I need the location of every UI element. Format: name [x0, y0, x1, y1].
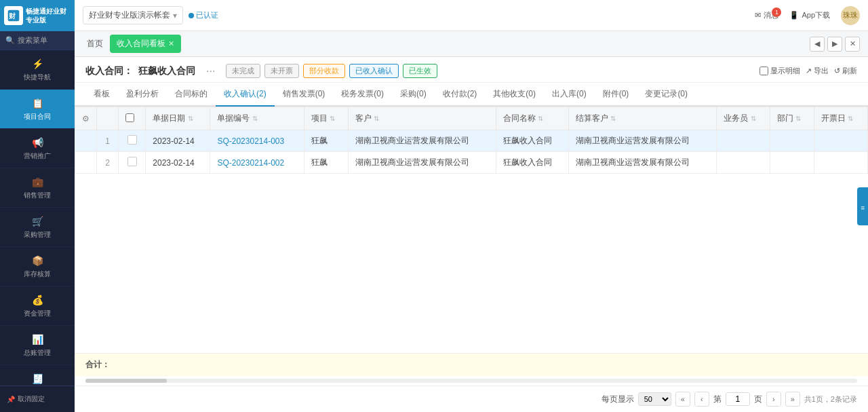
- row2-check[interactable]: [118, 152, 145, 174]
- sidebar-item-fund[interactable]: 💰 资金管理: [0, 286, 75, 326]
- tab-other-income[interactable]: 其他收支(0): [485, 83, 544, 107]
- tab-attachments[interactable]: 附件(0): [595, 83, 637, 107]
- table-row[interactable]: 2 2023-02-14 SQ-20230214-002 狂飙 湖南卫视商业运营…: [75, 152, 868, 174]
- column-settings-icon[interactable]: ⚙: [82, 114, 90, 124]
- tab-payment[interactable]: 收付款(2): [435, 83, 486, 107]
- contract-header: 收入合同： 狂飙收入合同 ··· 未完成 未开票 部分收款 已收入确认 已生效 …: [75, 57, 868, 83]
- tab-purchase[interactable]: 采购(0): [392, 83, 435, 107]
- sidebar-item-label: 库存核算: [24, 269, 51, 279]
- tab-sales-invoice[interactable]: 销售发票(0): [275, 83, 334, 107]
- company-selector[interactable]: 好业财专业版演示帐套 ▾: [83, 6, 183, 24]
- general-icon: 📊: [31, 333, 44, 346]
- col-order-no-label: 单据编号: [217, 113, 250, 123]
- scroll-thumb[interactable]: [85, 379, 167, 383]
- tab-close-button[interactable]: ✕: [168, 39, 174, 48]
- user-avatar: 珠珠: [841, 6, 860, 25]
- tab-kanban[interactable]: 看板: [85, 83, 118, 107]
- tab-income-confirm[interactable]: 收入确认(2): [216, 83, 275, 107]
- row1-check[interactable]: [118, 130, 145, 152]
- pagination-last-button[interactable]: »: [785, 392, 800, 407]
- tab-storage[interactable]: 出入库(0): [544, 83, 595, 107]
- sidebar-item-project[interactable]: 📋 项目合同: [0, 90, 75, 129]
- page-size-select[interactable]: 50 100 200: [638, 392, 671, 406]
- sidebar-item-purchase[interactable]: 🛒 采购管理: [0, 208, 75, 247]
- pagination-first-button[interactable]: «: [675, 392, 690, 407]
- breadcrumb-home[interactable]: 首页: [83, 35, 107, 52]
- tab-prev-button[interactable]: ◀: [810, 37, 825, 52]
- col-date[interactable]: 单据日期 ⇅: [146, 107, 210, 130]
- export-label: 导出: [814, 66, 829, 76]
- message-button[interactable]: ✉ 1 消息: [755, 10, 778, 20]
- sidebar-search[interactable]: 🔍 搜索菜单: [0, 31, 75, 50]
- refresh-button[interactable]: ↺ 刷新: [834, 66, 857, 76]
- status-tag-effective[interactable]: 已生效: [403, 64, 437, 78]
- right-edge-button[interactable]: ≡: [857, 187, 868, 225]
- page-number-input[interactable]: [726, 392, 750, 406]
- tab-change-log[interactable]: 变更记录(0): [637, 83, 696, 107]
- col-customer[interactable]: 客户 ⇅: [348, 107, 496, 130]
- sidebar-item-sales[interactable]: 💼 销售管理: [0, 168, 75, 208]
- sidebar-item-marketing[interactable]: 📢 营销推广: [0, 129, 75, 168]
- table-row[interactable]: 1 2023-02-14 SQ-20230214-003 狂飙 湖南卫视商业运营…: [75, 130, 868, 152]
- row1-order-link[interactable]: SQ-20230214-003: [217, 136, 284, 146]
- sidebar-item-quick[interactable]: ⚡ 快捷导航: [0, 50, 75, 90]
- col-department[interactable]: 部门 ⇅: [770, 107, 814, 130]
- status-tag-incomplete[interactable]: 未完成: [226, 64, 260, 78]
- app-download-button[interactable]: 📱 App下载: [789, 10, 830, 20]
- row1-order-no[interactable]: SQ-20230214-003: [210, 130, 304, 152]
- sidebar-item-invoice[interactable]: 🧾 发票管理: [0, 365, 75, 386]
- page-size-label: 每页显示: [601, 394, 634, 405]
- scroll-track[interactable]: [85, 379, 857, 383]
- message-icon: ✉: [755, 11, 761, 20]
- logo-text: 畅捷通好业财 专业版: [26, 7, 66, 24]
- row2-checkbox[interactable]: [127, 157, 137, 166]
- row1-salesperson: [717, 130, 770, 152]
- sidebar-bottom: 📌 取消固定: [0, 386, 75, 412]
- tab-profit[interactable]: 盈利分析: [118, 83, 167, 107]
- tab-tax-invoice[interactable]: 税务发票(0): [333, 83, 392, 107]
- pagination-next-button[interactable]: ›: [766, 392, 781, 407]
- col-order-no[interactable]: 单据编号 ⇅: [210, 107, 304, 130]
- row2-num: 2: [97, 152, 119, 174]
- select-all-checkbox[interactable]: [125, 113, 134, 122]
- row1-settings: [75, 130, 97, 152]
- status-tag-partial[interactable]: 部分收款: [303, 64, 345, 78]
- status-tag-confirmed[interactable]: 已收入确认: [349, 64, 399, 78]
- tab-contract-standard[interactable]: 合同标的: [167, 83, 216, 107]
- user-avatar-button[interactable]: 珠珠: [841, 6, 860, 25]
- sidebar-pin-toggle[interactable]: 📌 取消固定: [0, 390, 75, 408]
- show-detail-input[interactable]: [760, 67, 768, 75]
- pagination-prev-button[interactable]: ‹: [694, 392, 709, 407]
- more-options-button[interactable]: ···: [206, 65, 215, 77]
- row2-order-no[interactable]: SQ-20230214-002: [210, 152, 304, 174]
- inventory-icon: 📦: [31, 254, 44, 267]
- sidebar-item-label: 快捷导航: [24, 73, 51, 82]
- sidebar-item-general[interactable]: 📊 总账管理: [0, 326, 75, 365]
- col-customer-label: 客户: [355, 113, 372, 123]
- purchase-icon: 🛒: [31, 214, 44, 228]
- row1-checkbox[interactable]: [127, 135, 137, 145]
- tab-close-all-button[interactable]: ✕: [845, 37, 860, 52]
- pin-label: 取消固定: [18, 394, 45, 404]
- show-detail-checkbox[interactable]: 显示明细: [760, 66, 800, 76]
- status-tag-uninvoiced[interactable]: 未开票: [264, 64, 299, 78]
- col-contract-name[interactable]: 合同名称 ⇅: [496, 107, 568, 130]
- sidebar-item-inventory[interactable]: 📦 库存核算: [0, 247, 75, 286]
- sidebar-item-label: 销售管理: [24, 191, 51, 200]
- col-salesperson[interactable]: 业务员 ⇅: [717, 107, 770, 130]
- show-detail-label: 显示明细: [770, 66, 800, 76]
- export-button[interactable]: ↗ 导出: [806, 66, 829, 76]
- invoice-icon: 🧾: [31, 372, 44, 386]
- marketing-icon: 📢: [31, 136, 44, 149]
- active-tab[interactable]: 收入合同看板 ✕: [110, 35, 181, 53]
- col-check[interactable]: [118, 107, 145, 130]
- col-project[interactable]: 项目 ⇅: [304, 107, 348, 130]
- tab-next-button[interactable]: ▶: [827, 37, 842, 52]
- col-final-customer[interactable]: 结算客户 ⇅: [569, 107, 717, 130]
- col-open-date[interactable]: 开票日 ⇅: [814, 107, 868, 130]
- table-header-row: ⚙ 单据日期 ⇅ 单据编号 ⇅: [75, 107, 868, 130]
- search-icon: 🔍: [5, 36, 15, 45]
- sidebar-item-label: 项目合同: [24, 112, 51, 121]
- row2-order-link[interactable]: SQ-20230214-002: [217, 158, 284, 168]
- row2-date: 2023-02-14: [146, 152, 210, 174]
